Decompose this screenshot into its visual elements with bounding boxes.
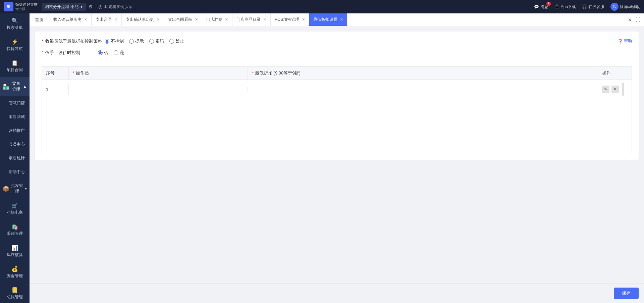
tab-payment-contract[interactable]: 支出合同 ✕ <box>92 13 122 26</box>
download-icon: 📱 <box>554 4 559 9</box>
strategy-forbid[interactable]: 禁止 <box>169 38 184 44</box>
demo-link[interactable]: ◎ 我要看实例演示 <box>98 4 132 10</box>
tab-pos-manage[interactable]: POS加密管理 ✕ <box>271 13 309 26</box>
tab-label: 门店商品目录 <box>236 17 261 22</box>
scrollbar-handle[interactable] <box>622 83 624 96</box>
sidebar-item-label: 总账管理 <box>7 294 23 300</box>
help-link[interactable]: ❓ 帮助 <box>618 38 632 44</box>
sidebar-item-label: 项目合同 <box>7 67 23 73</box>
sidebar-item-help-center[interactable]: 帮助中心 <box>0 165 30 179</box>
cell-action: ✎ ✕ <box>598 80 632 99</box>
sidebar-item-label: 零售统计 <box>9 155 25 161</box>
sidebar-item-label: 搜索菜单 <box>7 25 23 31</box>
delete-row-btn[interactable]: ✕ <box>611 86 619 93</box>
inventory-icon: 📊 <box>11 245 18 251</box>
sidebar-item-smart-store[interactable]: 智慧门店 <box>0 96 30 110</box>
sidebar-item-marketing[interactable]: 营销推广 <box>0 124 30 138</box>
message-btn[interactable]: 💬 消息 8 <box>534 4 548 10</box>
message-icon: 💬 <box>534 4 539 9</box>
project-selector[interactable]: 测试分开流程-小兄 ▾ <box>42 3 86 11</box>
chevron-icon: ▲ <box>23 84 27 89</box>
strategy-no-control[interactable]: 不控制 <box>105 38 124 44</box>
col-action: 操作 <box>598 67 632 80</box>
col-seq: 序号 <box>42 67 69 80</box>
sidebar-item-label: 零售商城 <box>9 114 25 120</box>
page-content: * 收银员低于最低折扣控制策略 不控制 提示 <box>30 26 644 283</box>
message-badge: 8 <box>546 2 551 6</box>
user-profile-btn[interactable]: 徐 徐泽华修改 <box>610 3 640 11</box>
sidebar-item-project[interactable]: 📋 项目合同 <box>0 56 30 77</box>
sidebar-item-inventory[interactable]: 📊 库存核算 <box>0 241 30 262</box>
close-tab-btn[interactable]: ✕ <box>627 16 633 23</box>
sidebar-item-label: 智慧门店 <box>9 100 25 106</box>
chevron-down-icon: ▾ <box>80 4 83 9</box>
lightning-icon: ⚡ <box>11 39 18 45</box>
manual-price-row: * 仅手工改价时控制 否 是 <box>42 50 618 56</box>
save-button[interactable]: 保存 <box>614 288 639 299</box>
col-discount: * 最低折扣 (9.00等于9折) <box>248 67 598 80</box>
tab-income-confirm[interactable]: 收入确认单历史 ✕ <box>49 13 92 26</box>
sidebar-item-purchase[interactable]: 🛍️ 采购管理 <box>0 219 30 241</box>
manual-price-label: * 仅手工改价时控制 <box>42 50 95 56</box>
finance-icon: 💰 <box>11 266 18 272</box>
sidebar-item-label: 库存核算 <box>7 252 23 258</box>
sidebar-item-search[interactable]: 🔍 搜索菜单 <box>0 13 30 35</box>
tab-payment-confirm[interactable]: 支出确认单历史 ✕ <box>122 13 164 26</box>
strategy-prompt[interactable]: 提示 <box>129 38 144 44</box>
sidebar-item-retail-stat[interactable]: 零售统计 <box>0 151 30 165</box>
gear-icon[interactable]: ⚙ <box>89 4 93 9</box>
close-icon[interactable]: ✕ <box>225 17 228 22</box>
strategy-radio-group: 不控制 提示 密码 <box>105 38 184 44</box>
sidebar-item-member[interactable]: 会员中心 <box>0 138 30 151</box>
close-icon[interactable]: ✕ <box>263 17 266 22</box>
sidebar-item-ecommerce[interactable]: 🛒 小畅电商 <box>0 198 30 219</box>
ecommerce-icon: 🛒 <box>11 202 18 209</box>
sidebar-item-retail[interactable]: 🏪 零售管理 ▲ <box>0 77 30 96</box>
close-icon[interactable]: ✕ <box>302 17 305 22</box>
tab-label: 收入确认单历史 <box>53 17 82 22</box>
manual-price-no[interactable]: 否 <box>98 50 108 56</box>
chevron-down-icon: ▾ <box>25 186 27 191</box>
manual-price-yes[interactable]: 是 <box>114 50 124 56</box>
tab-min-discount[interactable]: 最低折扣设置 ✕ <box>309 13 347 26</box>
close-icon[interactable]: ✕ <box>340 17 343 22</box>
cashier-strategy-row: * 收银员低于最低折扣控制策略 不控制 提示 <box>42 38 618 44</box>
cashier-strategy-label: * 收银员低于最低折扣控制策略 <box>42 38 102 44</box>
discount-table: 序号 * 操作员 * 最低折扣 (9.00等于9折) 操作 1 <box>42 66 632 153</box>
close-icon[interactable]: ✕ <box>114 17 117 22</box>
topbar-right: 💬 消息 8 📱 App下载 🎧 在线客服 徐 徐泽华修改 <box>534 3 640 11</box>
search-icon: 🔍 <box>11 17 18 24</box>
tab-store-profile[interactable]: 门店档案 ✕ <box>202 13 232 26</box>
app-download-btn[interactable]: 📱 App下载 <box>554 4 576 10</box>
sidebar-item-finance[interactable]: 💰 资金管理 <box>0 262 30 283</box>
sidebar-item-label: 零售管理 <box>11 81 21 92</box>
tab-home[interactable]: 首页 <box>30 13 49 26</box>
tab-payment-board[interactable]: 支出合同看板 ✕ <box>164 13 202 26</box>
purchase-icon: 🛍️ <box>11 223 18 230</box>
sidebar-item-retail-mall[interactable]: 零售商城 <box>0 110 30 124</box>
wholesale-icon: 📦 <box>3 186 9 192</box>
close-icon[interactable]: ✕ <box>157 17 160 22</box>
expand-tab-btn[interactable]: ⛶ <box>635 16 641 23</box>
tab-store-products[interactable]: 门店商品目录 ✕ <box>232 13 271 26</box>
tab-label: 支出确认单历史 <box>126 17 154 22</box>
tab-bar-actions: ✕ ⛶ <box>627 16 644 23</box>
bottom-bar: 保存 <box>30 283 644 303</box>
online-service-btn[interactable]: 🎧 在线客服 <box>582 4 604 10</box>
app-logo: 财 畅捷通好业财 专业版 <box>4 2 38 11</box>
edit-row-btn[interactable]: ✎ <box>602 86 609 93</box>
sidebar-item-label: 采购管理 <box>7 231 23 237</box>
sidebar-item-label: 营销推广 <box>9 128 25 134</box>
close-icon[interactable]: ✕ <box>84 17 87 22</box>
sidebar: 🔍 搜索菜单 ⚡ 快捷导航 📋 项目合同 🏪 零售管理 ▲ 智慧门店 零售商城 … <box>0 13 30 303</box>
table-empty-area <box>42 99 632 153</box>
sidebar-item-label: 会员中心 <box>9 142 25 147</box>
close-icon[interactable]: ✕ <box>195 17 198 22</box>
logo-text: 畅捷通好业财 专业版 <box>15 2 38 11</box>
strategy-password[interactable]: 密码 <box>149 38 164 44</box>
sidebar-item-ledger[interactable]: 📒 总账管理 <box>0 283 30 303</box>
tab-label: 最低折扣设置 <box>313 17 337 22</box>
contract-icon: 📋 <box>11 60 18 66</box>
sidebar-item-quicknav[interactable]: ⚡ 快捷导航 <box>0 35 30 56</box>
sidebar-item-wholesale[interactable]: 📦 批发管理 ▾ <box>0 179 30 198</box>
